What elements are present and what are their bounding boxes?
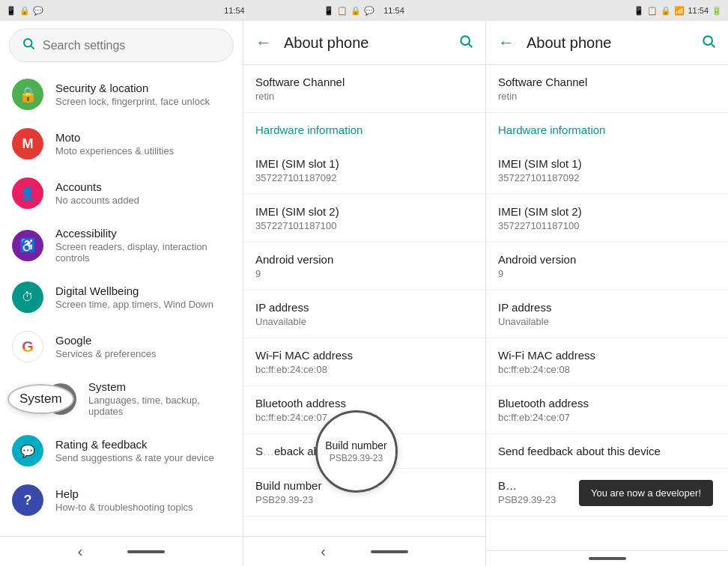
about-item-imei1-1[interactable]: IMEI (SIM slot 1) 357227101187092: [243, 147, 485, 195]
system-tooltip: System: [7, 384, 74, 414]
about-item-imei2-2[interactable]: IMEI (SIM slot 2) 357227101187100: [486, 195, 728, 243]
about-item-android-2[interactable]: Android version 9: [486, 243, 728, 290]
status-bar: 📱 🔒 💬 11:54 📱 📋 🔒 💬 11:54 📱 📋 🔒 📶 11:54 …: [0, 0, 728, 21]
moto-subtitle: Moto experiences & utilities: [55, 145, 231, 156]
svg-point-4: [703, 36, 712, 45]
wellbeing-title: Digital Wellbeing: [55, 284, 231, 297]
about-item-bt-2[interactable]: Bluetooth address bc:ff:eb:24:ce:07: [486, 386, 728, 434]
about-item-ip-2[interactable]: IP address Unavailable: [486, 290, 728, 338]
rating-title: Rating & feedback: [55, 438, 231, 451]
about-item-feedback-2[interactable]: Send feedback about this device: [486, 434, 728, 469]
sidebar-item-help[interactable]: ? Help How-to & troubleshooting topics: [0, 475, 243, 525]
moto-title: Moto: [55, 131, 231, 144]
search-button-1[interactable]: [458, 34, 473, 52]
about-item-feedback-1[interactable]: S…eback about this device Build number P…: [243, 434, 485, 469]
google-subtitle: Services & preferences: [55, 348, 231, 359]
about-item-ip-1[interactable]: IP address Unavailable: [243, 290, 485, 338]
svg-point-0: [24, 39, 32, 47]
status-icon-r3: 🔒: [661, 6, 671, 16]
sidebar-item-security[interactable]: 🔒 Security & location Screen lock, finge…: [0, 70, 243, 119]
search-button-2[interactable]: [701, 34, 716, 52]
status-time-left: 11:54: [224, 6, 245, 15]
status-icon-r4: 📶: [674, 6, 685, 16]
about-content-2: Software Channel retin Hardware informat…: [486, 65, 728, 550]
back-button-1[interactable]: ←: [255, 33, 272, 52]
accessibility-title: Accessibility: [55, 227, 231, 240]
status-left: 📱 🔒 💬 11:54: [6, 6, 245, 16]
about-item-software-2[interactable]: Software Channel retin: [486, 65, 728, 113]
accounts-icon: 👤: [12, 177, 43, 209]
back-button-2[interactable]: ←: [498, 33, 515, 52]
about-item-wifi-1[interactable]: Wi-Fi MAC address bc:ff:eb:24:ce:08: [243, 338, 485, 386]
search-bar[interactable]: [9, 28, 234, 62]
sidebar-item-moto[interactable]: M Moto Moto experiences & utilities: [0, 119, 243, 168]
settings-list: 🔒 Security & location Screen lock, finge…: [0, 70, 243, 536]
search-input[interactable]: [43, 39, 221, 52]
nav-bar-right: [486, 550, 728, 566]
nav-bar-center: ‹: [243, 536, 485, 566]
status-icon-c1: 📱: [324, 6, 334, 16]
about-title-1: About phone: [284, 34, 446, 52]
security-subtitle: Screen lock, fingerprint, face unlock: [55, 96, 231, 107]
system-subtitle: Languages, time, backup, updates: [88, 395, 231, 417]
help-icon: ?: [12, 484, 43, 516]
about-item-imei1-2[interactable]: IMEI (SIM slot 1) 357227101187092: [486, 147, 728, 195]
status-icon-r1: 📱: [634, 6, 644, 16]
about-hardware-header-2: Hardware information: [486, 113, 728, 147]
svg-line-5: [712, 43, 715, 47]
security-icon: 🔒: [12, 79, 43, 110]
nav-back-center[interactable]: ‹: [321, 543, 326, 560]
status-icon-sim: 📱: [6, 6, 16, 16]
sidebar-item-system[interactable]: System ℹ System Languages, time, backup,…: [0, 371, 243, 426]
accounts-subtitle: No accounts added: [55, 195, 231, 206]
nav-bar-left: ‹: [0, 536, 243, 566]
sidebar-item-google[interactable]: G Google Services & preferences: [0, 322, 243, 371]
about-header-2: ← About phone: [486, 21, 728, 65]
nav-home-center[interactable]: [371, 550, 408, 553]
status-icon-r2: 📋: [647, 6, 658, 16]
sidebar-item-accounts[interactable]: 👤 Accounts No accounts added: [0, 168, 243, 218]
about-content-1: Software Channel retin Hardware informat…: [243, 65, 485, 536]
build-number-circle: Build number PSB29.39-23: [315, 410, 398, 493]
about-item-wifi-2[interactable]: Wi-Fi MAC address bc:ff:eb:24:ce:08: [486, 338, 728, 386]
sidebar-item-wellbeing[interactable]: ⏱ Digital Wellbeing Screen time, app tim…: [0, 273, 243, 322]
accounts-title: Accounts: [55, 180, 231, 193]
sidebar-item-accessibility[interactable]: ♿ Accessibility Screen readers, display,…: [0, 218, 243, 273]
accessibility-subtitle: Screen readers, display, interaction con…: [55, 241, 231, 264]
nav-back-left[interactable]: ‹: [78, 543, 83, 560]
security-title: Security & location: [55, 82, 231, 94]
rating-subtitle: Send suggestions & rate your device: [55, 452, 231, 463]
toast-notification: You are now a developer!: [579, 480, 713, 506]
moto-icon: M: [12, 128, 43, 159]
status-icon-c2: 📋: [337, 6, 348, 16]
about-item-imei2-1[interactable]: IMEI (SIM slot 2) 357227101187100: [243, 195, 485, 243]
help-title: Help: [55, 487, 231, 500]
status-center: 📱 📋 🔒 💬 11:54: [245, 6, 484, 16]
about-header-1: ← About phone: [243, 21, 485, 65]
status-time-right: 11:54: [688, 6, 709, 15]
about-title-2: About phone: [527, 34, 689, 52]
about-panels: ← About phone Software Channel retin Har…: [243, 21, 728, 566]
main-content: 🔒 Security & location Screen lock, finge…: [0, 21, 728, 566]
status-icon-msg: 💬: [33, 6, 43, 16]
nav-home-right[interactable]: [589, 557, 626, 560]
status-right: 📱 📋 🔒 📶 11:54 🔋: [483, 6, 722, 16]
about-item-software-1[interactable]: Software Channel retin: [243, 65, 485, 113]
status-icon-c3: 🔒: [351, 6, 361, 16]
about-panel-1: ← About phone Software Channel retin Har…: [243, 21, 486, 566]
about-hardware-header-1: Hardware information: [243, 113, 485, 147]
about-item-android-1[interactable]: Android version 9: [243, 243, 485, 290]
settings-panel: 🔒 Security & location Screen lock, finge…: [0, 21, 243, 566]
status-icon-c4: 💬: [364, 6, 374, 16]
google-icon: G: [12, 331, 43, 362]
nav-home-left[interactable]: [127, 550, 165, 553]
svg-point-2: [461, 36, 470, 45]
wellbeing-icon: ⏱: [12, 282, 43, 313]
svg-line-1: [31, 46, 34, 49]
sidebar-item-rating[interactable]: 💬 Rating & feedback Send suggestions & r…: [0, 426, 243, 475]
help-subtitle: How-to & troubleshooting topics: [55, 502, 231, 513]
google-title: Google: [55, 334, 231, 347]
about-panel-2: ← About phone Software Channel retin Har…: [486, 21, 728, 566]
wellbeing-subtitle: Screen time, app timers, Wind Down: [55, 299, 231, 310]
svg-line-3: [469, 43, 473, 47]
